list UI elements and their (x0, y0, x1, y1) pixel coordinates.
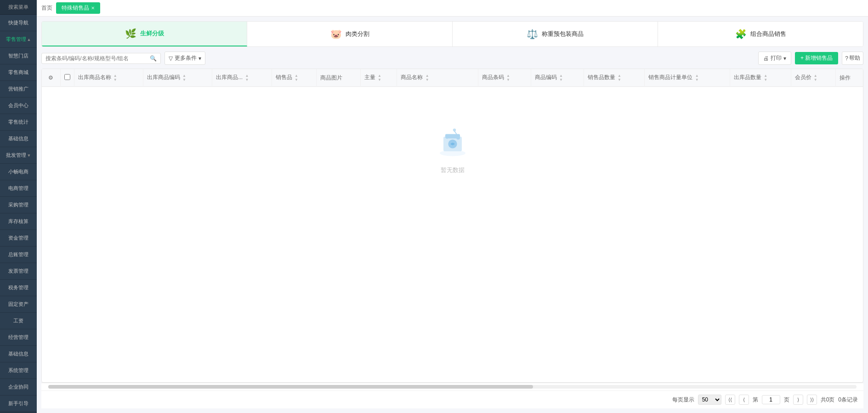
sort-icon: ▲▼ (113, 74, 117, 82)
page-input[interactable] (762, 395, 780, 404)
th-product-name[interactable]: 商品名称 ▲▼ (397, 69, 478, 87)
filter-icon: ▽ (169, 55, 173, 62)
th-member-price[interactable]: 会员价 ▲▼ (791, 69, 835, 87)
search-box[interactable]: 🔍 (41, 53, 161, 64)
th-sale-qty[interactable]: 销售品数量 ▲▼ (584, 69, 645, 87)
sidebar-item-purchase[interactable]: 采购管理 (0, 197, 37, 213)
sidebar-item-ecommerce-mgmt[interactable]: 电商管理 (0, 180, 37, 197)
sidebar-item-ecommerce-small[interactable]: 小畅电商 (0, 164, 37, 180)
sort-icon-5: ▲▼ (378, 74, 381, 82)
sidebar-item-retail-mall[interactable]: 零售商城 (0, 64, 37, 81)
sort-icon-9: ▲▼ (618, 74, 621, 82)
add-button[interactable]: + 新增销售品 (795, 52, 838, 64)
svg-point-4 (456, 136, 460, 139)
select-all-checkbox[interactable] (64, 74, 70, 80)
home-link[interactable]: 首页 (41, 4, 52, 12)
sort-icon-10: ▲▼ (695, 74, 699, 82)
th-out-qty[interactable]: 出库品数量 ▲▼ (730, 69, 791, 87)
empty-text: 暂无数据 (441, 166, 465, 174)
chevron-down-icon: ▾ (199, 55, 201, 62)
th-product-code[interactable]: 商品编码 ▲▼ (531, 69, 584, 87)
sidebar-item-marketing[interactable]: 营销推广 (0, 81, 37, 98)
next-page-btn[interactable]: ⟩ (793, 395, 803, 405)
last-page-btn[interactable]: ⟩⟩ (807, 395, 817, 405)
per-page-select[interactable]: 20 50 100 (698, 395, 721, 405)
per-page-label: 每页显示 (672, 396, 694, 404)
sidebar-item-guide[interactable]: 新手引导 (0, 396, 37, 412)
th-image[interactable]: 商品图片 (317, 69, 361, 87)
sidebar-item-enterprise[interactable]: 企业协同 (0, 379, 37, 396)
search-input[interactable] (45, 55, 148, 62)
th-settings[interactable]: ⚙ (42, 69, 60, 87)
sidebar-item-payroll[interactable]: 工资 (0, 313, 37, 329)
sidebar-item-tax[interactable]: 税务管理 (0, 280, 37, 296)
search-icon[interactable]: 🔍 (150, 55, 157, 62)
svg-point-5 (446, 137, 448, 139)
sort-icon-3: ▲▼ (245, 74, 249, 82)
print-icon: 🖨 (763, 55, 769, 62)
category-tabs: 🌿 生鲜分级 🐷 肉类分割 ⚖️ 称重预包装商品 🧩 组合商品销售 (41, 21, 863, 47)
sidebar-item-operation[interactable]: 经营管理 (0, 329, 37, 346)
horizontal-scrollbar[interactable] (48, 385, 857, 389)
active-tab[interactable]: 特殊销售品 ✕ (56, 2, 100, 14)
empty-state: 暂无数据 (42, 87, 863, 211)
pagination: 每页显示 20 50 100 ⟨⟨ ⟨ 第 页 ⟩ ⟩⟩ 共0页 0条记录 (41, 390, 863, 408)
total-count: 0条记录 (838, 396, 858, 404)
th-sale-unit[interactable]: 销售商品计量单位 ▲▼ (645, 69, 730, 87)
bottom-bar: 每页显示 20 50 100 ⟨⟨ ⟨ 第 页 ⟩ ⟩⟩ 共0页 0条记录 (41, 383, 863, 408)
sidebar-item-wholesale[interactable]: 批发管理 ▼ (0, 147, 37, 164)
th-barcode[interactable]: 商品条码 ▲▼ (478, 69, 531, 87)
tab-meat[interactable]: 🐷 肉类分割 (247, 22, 453, 46)
th-out-name[interactable]: 出库商品名称 ▲▼ (74, 69, 143, 87)
sidebar-item-retail-stats[interactable]: 零售统计 (0, 114, 37, 131)
close-tab-icon[interactable]: ✕ (91, 6, 95, 11)
th-out-spec[interactable]: 出库商品... ▲▼ (212, 69, 272, 87)
empty-illustration (434, 124, 471, 161)
sort-icon-7: ▲▼ (506, 74, 510, 82)
sort-icon-6: ▲▼ (425, 74, 429, 82)
page-content: 🌿 生鲜分级 🐷 肉类分割 ⚖️ 称重预包装商品 🧩 组合商品销售 🔍 (37, 17, 868, 413)
chevron-icon-2: ▼ (27, 153, 31, 158)
sidebar-item-system[interactable]: 系统管理 (0, 362, 37, 379)
toolbar: 🔍 ▽ 更多条件 ▾ 🖨 打印 ▾ + 新增销售品 ? (41, 52, 863, 65)
sidebar-item-smart-store[interactable]: 智慧门店 (0, 48, 37, 64)
help-button[interactable]: ? 帮助 (842, 52, 863, 65)
tab-scale[interactable]: ⚖️ 称重预包装商品 (453, 22, 658, 46)
sidebar-item-member[interactable]: 会员中心 (0, 98, 37, 114)
page-label: 第 (753, 396, 758, 404)
fresh-icon: 🌿 (125, 28, 136, 39)
tab-combo[interactable]: 🧩 组合商品销售 (658, 22, 863, 46)
th-main-unit[interactable]: 主量 ▲▼ (360, 69, 397, 87)
th-action: 操作 (835, 69, 863, 87)
sidebar-item-finance[interactable]: 资金管理 (0, 230, 37, 247)
toolbar-left: 🔍 ▽ 更多条件 ▾ (41, 52, 205, 65)
sort-icon-4: ▲▼ (295, 74, 298, 82)
scale-icon: ⚖️ (527, 29, 538, 40)
meat-icon: 🐷 (330, 29, 342, 40)
th-checkbox[interactable] (60, 69, 74, 87)
sidebar-item-ledger[interactable]: 总账管理 (0, 247, 37, 263)
sidebar-search[interactable]: 搜索菜单 (0, 0, 37, 15)
filter-button[interactable]: ▽ 更多条件 ▾ (165, 52, 205, 65)
sidebar-item-basic-info-2[interactable]: 基础信息 (0, 346, 37, 362)
help-icon: ? (845, 55, 848, 62)
sidebar-item-quick-nav[interactable]: 快捷导航 (0, 15, 37, 31)
sidebar-item-basic-info-1[interactable]: 基础信息 (0, 131, 37, 147)
sort-icon-2: ▲▼ (182, 74, 186, 82)
th-sale-item[interactable]: 销售品 ▲▼ (272, 69, 316, 87)
scrollbar-thumb[interactable] (48, 385, 533, 389)
sidebar-item-retail[interactable]: 零售管理 ▲ (0, 31, 37, 48)
sidebar-item-inventory[interactable]: 库存核算 (0, 213, 37, 230)
data-table: ⚙ 出库商品名称 ▲▼ 出库商品编码 ▲▼ 出库 (42, 69, 863, 211)
first-page-btn[interactable]: ⟨⟨ (725, 395, 735, 405)
print-button[interactable]: 🖨 打印 ▾ (758, 52, 791, 65)
table-container: ⚙ 出库商品名称 ▲▼ 出库商品编码 ▲▼ 出库 (41, 69, 863, 383)
toolbar-right: 🖨 打印 ▾ + 新增销售品 ? 帮助 (758, 52, 863, 65)
tab-fresh[interactable]: 🌿 生鲜分级 (42, 22, 247, 46)
topbar: 首页 特殊销售品 ✕ (37, 0, 868, 17)
th-out-code[interactable]: 出库商品编码 ▲▼ (143, 69, 212, 87)
sidebar-item-invoice[interactable]: 发票管理 (0, 263, 37, 280)
prev-page-btn[interactable]: ⟨ (739, 395, 749, 405)
sidebar-item-fixed-assets[interactable]: 固定资产 (0, 296, 37, 313)
svg-point-7 (453, 128, 455, 131)
